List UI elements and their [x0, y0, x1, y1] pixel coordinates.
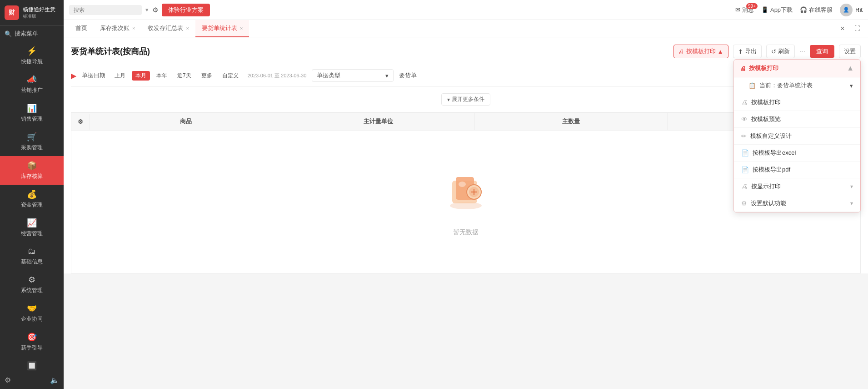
current-chevron-icon: ▾: [850, 82, 853, 89]
sidebar-item-kuaijie[interactable]: ⚡ 快捷导航: [0, 41, 64, 70]
sidebar-item-xitong[interactable]: ⚙ 系统管理: [0, 270, 64, 299]
dropdown-item-template-print-label: 按模板打印: [751, 98, 781, 106]
date-btn-this-month[interactable]: 本月: [132, 71, 150, 81]
dropdown-header: 🖨 按模板打印 ▲: [734, 60, 860, 77]
tab-home[interactable]: 首页: [69, 20, 94, 37]
user-menu-button[interactable]: 👤 Rit: [840, 4, 863, 16]
tab-yaohuo-label: 要货单统计表: [202, 24, 237, 32]
sidebar-item-yingxiao[interactable]: 📣 营销推广: [0, 70, 64, 99]
app-name: 畅捷通好生意: [23, 6, 55, 14]
sidebar-item-label: 基础信息: [21, 258, 43, 266]
page-content: 要货单统计表(按商品) 🖨 按模板打印 ▲ ⬆ 导出 ↺ 刷新: [64, 37, 868, 389]
settings-bottom-icon[interactable]: ⚙: [5, 376, 11, 384]
dropdown-item-template-design[interactable]: ✏ 模板自定义设计: [734, 128, 860, 145]
date-btn-this-year[interactable]: 本年: [153, 71, 171, 81]
sidebar-item-caigou[interactable]: 🛒 采购管理: [0, 127, 64, 156]
sidebar-item-zijin[interactable]: 💰 资金管理: [0, 185, 64, 213]
sidebar-item-label: 快捷导航: [21, 58, 43, 66]
print-button[interactable]: 🖨 按模板打印 ▲: [673, 45, 728, 58]
tab-shouruhui-close[interactable]: ×: [186, 25, 189, 31]
template-preview-icon: 👁: [741, 116, 748, 123]
sidebar-item-xiaoshou[interactable]: 📊 销售管理: [0, 99, 64, 127]
dropdown-item-template-preview-label: 按模板预览: [751, 115, 781, 123]
tab-kucun-pizhu-close[interactable]: ×: [132, 25, 135, 31]
page-wrapper: 要货单统计表(按商品) 🖨 按模板打印 ▲ ⬆ 导出 ↺ 刷新: [64, 37, 868, 273]
tab-shouruhui-label: 收发存汇总表: [148, 24, 183, 32]
online-service-button[interactable]: 🎧 在线客服: [800, 6, 833, 14]
refresh-button[interactable]: ↺ 刷新: [766, 45, 795, 58]
tab-kucun-pizhu[interactable]: 库存批次账 ×: [94, 20, 141, 37]
dropdown-current-item[interactable]: 📋 当前：要货单统计表 ▾: [734, 77, 860, 94]
sidebar-logo: 财 畅捷通好生意 标准版: [0, 0, 64, 26]
audio-bottom-icon[interactable]: 🔈: [50, 376, 59, 384]
industry-solution-button[interactable]: 体验行业方案: [162, 4, 210, 16]
date-btn-last-month[interactable]: 上月: [111, 71, 129, 81]
tab-yaohuo-close[interactable]: ×: [240, 25, 243, 31]
zijin-icon: 💰: [27, 189, 37, 199]
date-range-text: 2023-06-01 至 2023-06-30: [248, 72, 307, 79]
dropdown-item-template-print[interactable]: 🖨 按模板打印: [734, 94, 860, 111]
app-download-label: App下载: [770, 6, 793, 14]
actions-more-icon[interactable]: ···: [799, 47, 805, 56]
refresh-icon: ↺: [771, 48, 776, 55]
topbar-gear-icon[interactable]: ⚙: [152, 6, 158, 14]
dropdown-item-template-excel[interactable]: 📄 按模板导出excel: [734, 145, 860, 162]
sidebar-item-kucun[interactable]: 📦 库存核算: [0, 156, 64, 185]
sidebar-item-jichu[interactable]: 🗂 基础信息: [0, 242, 64, 270]
topbar-chevron-icon[interactable]: ▾: [145, 6, 149, 13]
online-service-label: 在线客服: [809, 6, 833, 14]
template-excel-icon: 📄: [741, 149, 749, 157]
export-label: 导出: [745, 47, 757, 56]
column-settings-icon: ⚙: [78, 118, 83, 125]
headset-icon: 🎧: [800, 6, 807, 13]
kuaijie-icon: ⚡: [27, 46, 37, 56]
print-label: 按模板打印: [686, 47, 716, 56]
jichu-icon: 🗂: [28, 247, 36, 256]
sidebar-item-label: 资金管理: [21, 201, 43, 209]
tabs-close-all-button[interactable]: ×: [837, 23, 848, 34]
tabs-expand-button[interactable]: ⛶: [852, 23, 863, 34]
tab-shouruhui[interactable]: 收发存汇总表 ×: [141, 20, 195, 37]
date-btn-7days[interactable]: 近7天: [174, 71, 195, 81]
sidebar-item-qiye[interactable]: 🤝 企业协同: [0, 299, 64, 328]
xiaoshou-icon: 📊: [27, 103, 37, 113]
dropdown-item-template-excel-label: 按模板导出excel: [753, 149, 796, 157]
dropdown-title-label: 按模板打印: [749, 64, 778, 72]
sidebar-search[interactable]: 🔍 搜索菜单: [0, 26, 64, 41]
svg-point-7: [459, 182, 466, 187]
dropdown-item-template-pdf[interactable]: 📄 按模板导出pdf: [734, 162, 860, 178]
settings-button[interactable]: 设置: [839, 45, 861, 58]
date-btn-custom[interactable]: 自定义: [219, 71, 242, 81]
topbar-right: ✉ 消息 99+ 📱 App下载 🎧 在线客服 👤 Rit: [735, 4, 863, 16]
sidebar-item-yingyong[interactable]: 🔲 应用中心: [0, 356, 64, 371]
query-button[interactable]: 查询: [810, 45, 834, 58]
sidebar-item-jingying[interactable]: 📈 经营管理: [0, 213, 64, 242]
xinshou-icon: 🎯: [27, 332, 37, 342]
dropdown-item-default-settings[interactable]: ⚙ 设置默认功能 ▾: [734, 195, 860, 212]
sidebar: 财 畅捷通好生意 标准版 🔍 搜索菜单 ⚡ 快捷导航 📣 营销推广 📊 销售管理…: [0, 0, 64, 389]
sidebar-item-xinshou[interactable]: 🎯 新手引导: [0, 328, 64, 356]
tab-yaohuo[interactable]: 要货单统计表 ×: [195, 20, 249, 37]
filter-collapse-icon[interactable]: ▶: [71, 71, 76, 80]
export-icon: ⬆: [738, 48, 743, 55]
messages-button[interactable]: ✉ 消息 99+: [735, 6, 754, 14]
expand-more-button[interactable]: ▾ 展开更多条件: [441, 93, 490, 106]
filter-type-select[interactable]: 单据类型 ▾: [312, 69, 394, 82]
export-button[interactable]: ⬆ 导出: [733, 45, 762, 58]
print-dropdown: 🖨 按模板打印 ▲ 📋 当前：要货单统计表 ▾ 🖨 按模板打: [733, 59, 861, 212]
yingxiao-icon: 📣: [27, 75, 37, 85]
refresh-label: 刷新: [778, 47, 790, 56]
app-download-button[interactable]: 📱 App下载: [761, 6, 793, 14]
dropdown-item-default-settings-label: 设置默认功能: [751, 199, 786, 207]
topbar-search-input[interactable]: [69, 5, 142, 15]
app-logo-icon: 财: [5, 5, 19, 20]
dropdown-close-icon[interactable]: ▲: [847, 64, 854, 72]
dropdown-item-template-preview[interactable]: 👁 按模板预览: [734, 111, 860, 128]
dropdown-item-display-print[interactable]: 🖨 按显示打印 ▾: [734, 178, 860, 195]
dropdown-print-icon: 🖨: [740, 65, 746, 72]
dropdown-current-label: 当前：要货单统计表: [759, 81, 813, 90]
date-btn-more[interactable]: 更多: [198, 71, 216, 81]
th-settings[interactable]: ⚙: [71, 114, 90, 130]
sidebar-item-label: 经营管理: [21, 230, 43, 237]
tab-home-label: 首页: [75, 24, 87, 32]
